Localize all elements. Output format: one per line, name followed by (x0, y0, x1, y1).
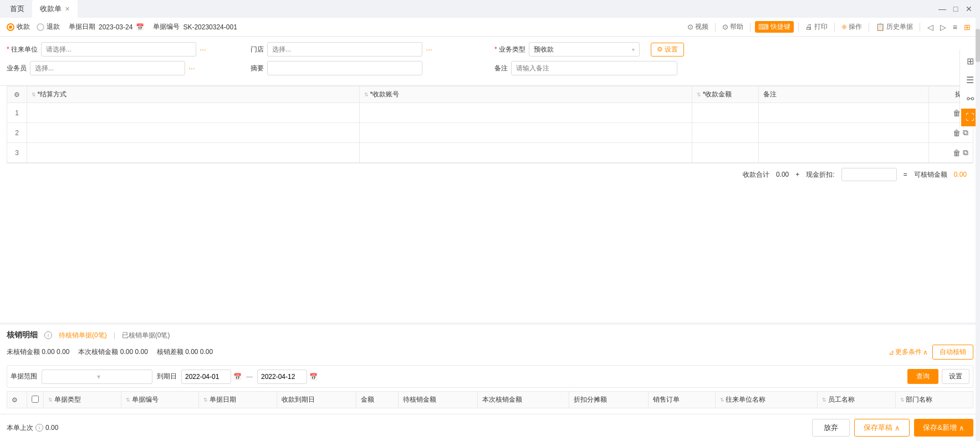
grid-view-btn[interactable]: ⊞ (961, 22, 973, 33)
col-remark: 备注 (759, 86, 929, 103)
tab-home[interactable]: 首页 (2, 0, 32, 18)
help-icon: ⊙ (722, 23, 728, 31)
history-action[interactable]: 📋 历史单据 (874, 21, 915, 33)
close-btn[interactable]: ✕ (964, 4, 973, 13)
video-action[interactable]: ⊙ 视频 (685, 21, 711, 33)
help-action[interactable]: ⊙ 帮助 (720, 21, 746, 33)
cell-settlement-1[interactable] (27, 103, 360, 123)
date-field: 单据日期 2023-03-24 📅 (69, 22, 144, 32)
select-all-checkbox[interactable] (32, 396, 39, 403)
cell-remark-1[interactable] (759, 103, 929, 123)
keyboard-icon: ⌨ (758, 23, 769, 31)
scrollbar-thumb[interactable] (976, 29, 980, 62)
cell-amount-3[interactable] (692, 143, 759, 163)
stat-diff-label: 核销差额 (157, 348, 183, 356)
filter-actions: ⊿ 更多条件 ∧ 自动核销 (889, 345, 973, 360)
calendar-icon[interactable]: 📅 (136, 23, 144, 31)
cell-settlement-2[interactable] (27, 123, 360, 143)
btcol-docnum-label: 单据编号 (132, 396, 159, 403)
col-remark-label: 备注 (763, 90, 777, 98)
form-row-1: 往来单位 ··· 门店 ··· 业务类型 预收款 ▾ ⚙ 设置 (7, 42, 973, 57)
prev-view-btn[interactable]: ◁ (925, 22, 936, 33)
abandon-button[interactable]: 放弃 (812, 419, 850, 437)
btcol-discount-label: 折扣分摊额 (574, 396, 607, 403)
remark-label: 备注 (494, 64, 511, 73)
copy-icon-2[interactable]: ⧉ (963, 128, 968, 137)
store-more-icon[interactable]: ··· (422, 45, 436, 54)
btcol-salesorder: 销售订单 (649, 392, 716, 408)
ops-action[interactable]: ❈ 操作 (839, 21, 864, 33)
query-button[interactable]: 查询 (907, 369, 938, 384)
summary-field: 摘要 (251, 61, 483, 75)
stat-uncancelled-value: 0.00 (42, 348, 54, 356)
footer-actions: 放弃 保存草稿 ∧ 保存&新增 ∧ (812, 419, 973, 437)
radio-refund-circle (37, 23, 44, 31)
business-type-field: 业务类型 预收款 ▾ ⚙ 设置 (494, 42, 973, 57)
btcol-docnum: ⇅ 单据编号 (121, 392, 199, 408)
filter-icon: ⊿ (889, 348, 894, 356)
date-to-input[interactable] (257, 370, 307, 384)
calendar-from-icon[interactable]: 📅 (233, 373, 242, 381)
cell-account-1[interactable] (360, 103, 692, 123)
print-action[interactable]: 🖨 打印 (803, 21, 830, 33)
remark-input[interactable] (511, 61, 677, 75)
date-value: 2023-03-24 (99, 23, 132, 31)
tab-close-icon[interactable]: ✕ (65, 6, 70, 13)
minimize-btn[interactable]: — (938, 4, 947, 13)
cell-account-2[interactable] (360, 123, 692, 143)
salesrep-more-icon[interactable]: ··· (185, 64, 198, 73)
next-view-btn[interactable]: ▷ (937, 22, 949, 33)
stat-uncancelled-label: 未核销金额 (7, 348, 40, 356)
bt-gear-icon[interactable]: ⚙ (12, 396, 18, 404)
save-draft-button[interactable]: 保存草稿 ∧ (854, 419, 910, 437)
shortcut-action[interactable]: ⌨ 快捷键 (755, 21, 794, 33)
col-account-label: *收款账号 (370, 90, 400, 98)
business-type-arrow-icon: ▾ (632, 47, 635, 53)
more-conditions-btn[interactable]: ⊿ 更多条件 ∧ (889, 347, 928, 357)
cell-remark-3[interactable] (759, 143, 929, 163)
summary-input[interactable] (267, 61, 422, 75)
cell-amount-2[interactable] (692, 123, 759, 143)
footer-info-icon[interactable]: i (35, 424, 43, 432)
save-new-label: 保存&新增 (923, 423, 957, 433)
verifiable-label: 可核销金额 (914, 170, 947, 180)
range-dropdown[interactable]: ▾ (42, 370, 152, 384)
cell-settlement-3[interactable] (27, 143, 360, 163)
view-toggle: ◁ ▷ ≡ ⊞ (925, 22, 973, 33)
date-from-input[interactable] (181, 370, 231, 384)
stat-current-label: 本次核销金额 (78, 348, 118, 356)
save-new-button[interactable]: 保存&新增 ∧ (914, 419, 973, 437)
btcol-amount: 金额 (356, 392, 398, 408)
scrollbar (976, 18, 980, 441)
cell-remark-2[interactable] (759, 123, 929, 143)
total-label: 收款合计 (743, 170, 769, 180)
counterparty-more-icon[interactable]: ··· (196, 45, 210, 54)
counterparty-input[interactable] (41, 42, 196, 57)
delete-icon-2[interactable]: 🗑 (953, 129, 961, 137)
verify-tab-pending[interactable]: 待核销单据(0笔) (59, 331, 107, 340)
auto-verify-button[interactable]: 自动核销 (932, 345, 973, 360)
cell-account-3[interactable] (360, 143, 692, 163)
calendar-to-icon[interactable]: 📅 (309, 373, 318, 381)
delete-icon-3[interactable]: 🗑 (953, 148, 961, 157)
filter-settings-button[interactable]: 设置 (942, 369, 969, 384)
discount-input[interactable] (841, 168, 897, 181)
radio-receipt[interactable]: 收款 (7, 22, 30, 32)
copy-icon-3[interactable]: ⧉ (963, 148, 968, 157)
table-gear-icon[interactable]: ⚙ (14, 91, 20, 99)
maximize-btn[interactable]: □ (951, 4, 960, 13)
verify-info-icon[interactable]: i (44, 331, 52, 339)
list-view-btn[interactable]: ≡ (950, 22, 960, 33)
radio-refund[interactable]: 退款 (37, 22, 60, 32)
btcol-counterparty: ⇅ 往来单位名称 (715, 392, 818, 408)
business-type-select[interactable]: 预收款 ▾ (529, 42, 640, 57)
tab-receipt[interactable]: 收款单 ✕ (32, 0, 78, 18)
discount-label: 现金折扣: (806, 170, 834, 180)
verify-tab-done[interactable]: 已核销单据(0笔) (122, 331, 170, 340)
salesrep-input[interactable] (30, 61, 185, 75)
store-input[interactable] (267, 42, 422, 57)
btcol-counterparty-label: 往来单位名称 (726, 396, 765, 403)
form-section: 往来单位 ··· 门店 ··· 业务类型 预收款 ▾ ⚙ 设置 (0, 37, 980, 86)
settings-button[interactable]: ⚙ 设置 (651, 43, 684, 57)
cell-amount-1[interactable] (692, 103, 759, 123)
